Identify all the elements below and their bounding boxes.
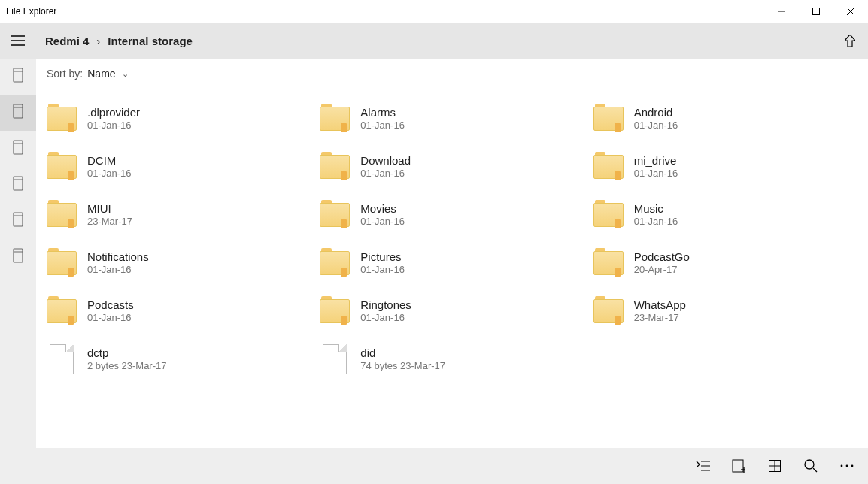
folder-icon (593, 152, 624, 182)
item-name: Notifications (87, 250, 149, 265)
svg-rect-7 (14, 68, 23, 82)
sort-label: Sort by: (47, 68, 83, 80)
item-name: Android (634, 106, 678, 120)
item-name: Alarms (360, 106, 405, 120)
svg-rect-1 (813, 8, 820, 15)
sidebar-item-computer[interactable] (0, 59, 36, 95)
item-name: MIUI (87, 202, 132, 216)
more-button[interactable] (829, 448, 865, 484)
folder-item[interactable]: Android01-Jan-16 (592, 95, 859, 143)
item-meta: 01-Jan-16 (360, 168, 411, 180)
item-name: mi_drive (634, 154, 678, 168)
folder-item[interactable]: PodcastGo20-Apr-17 (592, 239, 859, 287)
close-button[interactable] (833, 0, 868, 23)
folder-item[interactable]: Notifications01-Jan-16 (45, 239, 312, 287)
item-meta: 20-Apr-17 (634, 264, 690, 276)
chevron-right-icon: › (92, 35, 105, 47)
folder-item[interactable]: DCIM01-Jan-16 (45, 143, 312, 191)
folder-icon (593, 200, 624, 230)
folder-icon (593, 248, 624, 278)
file-item[interactable]: dctp2 bytes 23-Mar-17 (45, 335, 312, 383)
drive-icon (13, 104, 23, 122)
folder-item[interactable]: Music01-Jan-16 (592, 191, 859, 239)
item-meta: 23-Mar-17 (634, 312, 686, 324)
content-pane: Sort by: Name ⌄ .dlprovider01-Jan-16Alar… (36, 59, 868, 484)
sidebar-item-drive4[interactable] (0, 239, 36, 275)
folder-item[interactable]: mi_drive01-Jan-16 (592, 143, 859, 191)
folder-item[interactable]: Podcasts01-Jan-16 (45, 287, 312, 335)
item-name: did (360, 346, 445, 361)
item-name: WhatsApp (634, 298, 686, 313)
folder-icon (47, 152, 77, 182)
folder-item[interactable]: .dlprovider01-Jan-16 (45, 95, 312, 143)
window-title: File Explorer (6, 6, 56, 17)
folder-icon (320, 152, 350, 182)
nav-bar: Redmi 4 › Internal storage (0, 23, 868, 59)
sidebar-item-drive1[interactable] (0, 131, 36, 167)
sort-control[interactable]: Sort by: Name ⌄ (36, 59, 868, 89)
search-button[interactable] (793, 448, 829, 484)
breadcrumb-item[interactable]: Internal storage (105, 35, 196, 47)
minimize-button[interactable] (764, 0, 799, 23)
breadcrumb: Redmi 4 › Internal storage (36, 35, 196, 47)
svg-rect-11 (14, 141, 23, 154)
svg-rect-15 (14, 213, 23, 226)
svg-rect-17 (14, 249, 23, 262)
folder-item[interactable]: Pictures01-Jan-16 (318, 239, 585, 287)
folder-item[interactable]: Alarms01-Jan-16 (318, 95, 585, 143)
svg-rect-9 (14, 104, 23, 118)
folder-icon (320, 296, 350, 326)
folder-item[interactable]: Ringtones01-Jan-16 (318, 287, 585, 335)
item-meta: 01-Jan-16 (634, 216, 678, 228)
svg-point-28 (805, 460, 814, 469)
select-toggle-button[interactable] (684, 448, 721, 484)
item-meta: 01-Jan-16 (360, 119, 405, 132)
sidebar-item-phone[interactable] (0, 95, 36, 131)
item-name: PodcastGo (634, 250, 690, 265)
item-name: .dlprovider (87, 106, 140, 120)
sort-value: Name (87, 68, 115, 80)
item-meta: 2 bytes 23-Mar-17 (87, 360, 167, 372)
drive-icon (13, 68, 23, 86)
view-tiles-button[interactable] (757, 448, 793, 484)
maximize-button[interactable] (799, 0, 833, 23)
breadcrumb-item[interactable]: Redmi 4 (42, 35, 92, 47)
folder-item[interactable]: Movies01-Jan-16 (318, 191, 585, 239)
item-name: Movies (360, 202, 405, 216)
file-icon (47, 344, 77, 374)
item-name: Ringtones (360, 298, 411, 313)
sidebar-item-drive2[interactable] (0, 167, 36, 203)
item-meta: 74 bytes 23-Mar-17 (360, 360, 445, 372)
folder-item[interactable]: WhatsApp23-Mar-17 (592, 287, 859, 335)
drive-icon (13, 212, 23, 230)
folder-item[interactable]: Download01-Jan-16 (318, 143, 585, 191)
item-meta: 01-Jan-16 (634, 168, 678, 180)
item-name: dctp (87, 346, 167, 361)
item-meta: 01-Jan-16 (87, 312, 134, 324)
item-grid: .dlprovider01-Jan-16Alarms01-Jan-16Andro… (36, 89, 868, 484)
svg-line-29 (813, 468, 817, 472)
folder-icon (593, 296, 624, 326)
item-name: DCIM (87, 154, 132, 168)
new-folder-button[interactable] (721, 448, 757, 484)
title-bar: File Explorer (0, 0, 868, 23)
item-name: Download (360, 154, 411, 168)
file-item[interactable]: did74 bytes 23-Mar-17 (318, 335, 585, 383)
folder-icon (320, 104, 350, 134)
sidebar-item-drive3[interactable] (0, 203, 36, 239)
item-name: Pictures (360, 250, 405, 265)
up-button[interactable] (832, 23, 868, 59)
folder-item[interactable]: MIUI23-Mar-17 (45, 191, 312, 239)
folder-icon (47, 248, 77, 278)
folder-icon (320, 248, 350, 278)
hamburger-button[interactable] (0, 23, 36, 59)
file-icon (320, 344, 350, 374)
svg-point-30 (841, 465, 843, 467)
drive-icon (13, 176, 23, 194)
svg-point-31 (846, 465, 848, 467)
item-meta: 01-Jan-16 (87, 168, 132, 180)
svg-rect-13 (14, 177, 23, 190)
svg-point-32 (851, 465, 854, 467)
folder-icon (47, 104, 77, 134)
item-name: Music (634, 202, 678, 216)
